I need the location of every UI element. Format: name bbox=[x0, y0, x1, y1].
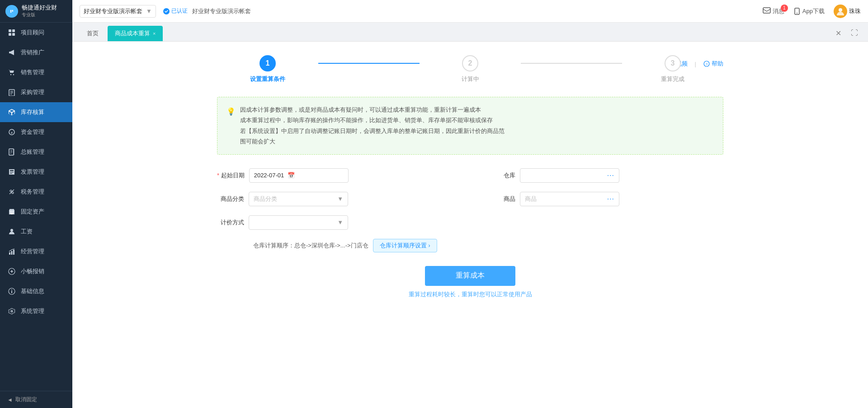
svg-rect-32 bbox=[13, 250, 14, 255]
steps-container: 1 设置重算条件 2 计算中 bbox=[217, 55, 723, 83]
svg-rect-23 bbox=[11, 211, 12, 212]
avatar bbox=[834, 5, 847, 18]
settings-icon bbox=[7, 307, 16, 316]
sidebar-label-invoice: 发票管理 bbox=[21, 168, 44, 176]
svg-rect-26 bbox=[13, 213, 14, 213]
svg-rect-30 bbox=[9, 252, 10, 255]
app-name: 畅捷通好业财 bbox=[22, 4, 57, 12]
chevron-right-icon: › bbox=[429, 242, 430, 249]
sidebar-label-project: 项目顾问 bbox=[21, 28, 44, 37]
sidebar-label-basic: 基础信息 bbox=[21, 287, 44, 295]
warehouse-order-label: 仓库计算顺序：总仓->深圳仓库->...->门店仓 bbox=[253, 242, 368, 250]
invoice-icon bbox=[7, 167, 16, 176]
tab-home[interactable]: 首页 bbox=[80, 26, 106, 41]
step-3-label: 重算完成 bbox=[661, 75, 684, 83]
info-box: 💡 因成本计算参数调整，或是对商品成本有疑问时，可以通过成本重算功能，重新计算一… bbox=[217, 97, 723, 155]
user-name: 珠珠 bbox=[849, 7, 861, 15]
message-badge: 1 bbox=[781, 5, 788, 12]
bulb-icon: 💡 bbox=[226, 105, 236, 147]
category-select[interactable]: 商品分类 ▼ bbox=[249, 192, 348, 206]
svg-rect-22 bbox=[10, 211, 11, 212]
calendar-icon[interactable]: 📅 bbox=[288, 172, 295, 179]
sidebar-label-sales: 销售管理 bbox=[21, 68, 44, 76]
sidebar-item-project[interactable]: 项目顾问 bbox=[0, 23, 72, 43]
svg-point-35 bbox=[11, 289, 12, 290]
tab-recalc[interactable]: 商品成本重算 × bbox=[108, 26, 163, 41]
close-panel-button[interactable]: ✕ bbox=[832, 27, 844, 39]
sidebar-label-ledger: 总账管理 bbox=[21, 148, 44, 156]
step-2-circle: 2 bbox=[462, 55, 478, 71]
sidebar-label-salary: 工资 bbox=[21, 228, 33, 236]
sidebar-label-finance: 资金管理 bbox=[21, 128, 44, 136]
form-group-pricing: 计价方式 ▼ bbox=[217, 215, 723, 230]
form-row-1: 起始日期 2022-07-01 📅 仓库 ··· bbox=[217, 168, 723, 183]
svg-point-0 bbox=[9, 8, 15, 14]
product-ellipsis-icon: ··· bbox=[607, 195, 614, 203]
tax-icon bbox=[7, 187, 16, 196]
sidebar-item-tax[interactable]: 税务管理 bbox=[0, 182, 72, 202]
page-content: 1 设置重算条件 2 计算中 bbox=[199, 42, 741, 312]
svg-text:?: ? bbox=[706, 62, 708, 66]
salary-icon bbox=[7, 227, 16, 236]
sidebar-item-purchase[interactable]: 采购管理 bbox=[0, 82, 72, 102]
app-logo bbox=[5, 5, 18, 18]
box-icon bbox=[7, 108, 16, 117]
date-label: 起始日期 bbox=[217, 171, 249, 180]
app-download-button[interactable]: App下载 bbox=[793, 7, 825, 15]
svg-rect-27 bbox=[11, 213, 13, 214]
chevron-down-icon: ▼ bbox=[337, 195, 343, 202]
svg-point-29 bbox=[10, 229, 13, 232]
sidebar-item-operation[interactable]: 经营管理 bbox=[0, 242, 72, 261]
warehouse-order-settings-button[interactable]: 仓库计算顺序设置 › bbox=[373, 239, 437, 252]
svg-rect-25 bbox=[10, 213, 11, 213]
step-1-label: 设置重算条件 bbox=[250, 75, 285, 83]
sidebar-item-assets[interactable]: 固定资产 bbox=[0, 202, 72, 222]
step-1-circle: 1 bbox=[259, 55, 276, 71]
sidebar-item-finance[interactable]: ¥ 资金管理 bbox=[0, 122, 72, 142]
help-button[interactable]: ? 帮助 bbox=[703, 60, 723, 68]
recalc-button[interactable]: 重算成本 bbox=[425, 266, 515, 286]
sidebar-label-system: 系统管理 bbox=[21, 307, 44, 315]
pricing-select[interactable]: ▼ bbox=[249, 215, 348, 230]
tab-close-icon[interactable]: × bbox=[153, 31, 156, 36]
recalc-section: 重算成本 重算过程耗时较长，重算时您可以正常使用产品 bbox=[217, 266, 723, 299]
product-input[interactable]: 商品 ··· bbox=[520, 192, 619, 206]
sidebar-item-marketing[interactable]: 营销推广 bbox=[0, 43, 72, 62]
sidebar-footer-unpin[interactable]: ◄ 取消固定 bbox=[0, 391, 72, 408]
sidebar-item-expense[interactable]: 小畅报销 bbox=[0, 261, 72, 281]
sidebar-item-ledger[interactable]: 总账管理 bbox=[0, 142, 72, 162]
svg-rect-31 bbox=[11, 251, 13, 255]
content-area: 1 设置重算条件 2 计算中 bbox=[72, 42, 868, 408]
account-selector[interactable]: 好业财专业版演示帐套 ▼ bbox=[80, 5, 156, 18]
sidebar-item-basic[interactable]: 基础信息 bbox=[0, 281, 72, 301]
svg-rect-3 bbox=[9, 33, 11, 36]
sidebar-item-inventory[interactable]: 库存核算 bbox=[0, 102, 72, 122]
grid-icon bbox=[7, 28, 16, 37]
svg-rect-24 bbox=[13, 211, 14, 212]
expand-panel-button[interactable]: ⛶ bbox=[848, 27, 861, 39]
date-input[interactable]: 2022-07-01 📅 bbox=[249, 168, 349, 183]
svg-text:¥: ¥ bbox=[10, 131, 13, 135]
form-group-date: 起始日期 2022-07-01 📅 bbox=[217, 168, 452, 183]
messages-button[interactable]: 消息 1 bbox=[763, 7, 784, 15]
warehouse-input[interactable]: ··· bbox=[520, 168, 619, 183]
recalc-tip: 重算过程耗时较长，重算时您可以正常使用产品 bbox=[409, 290, 532, 299]
topbar-right: 消息 1 App下载 珠珠 bbox=[763, 5, 861, 18]
warehouse-label: 仓库 bbox=[488, 171, 520, 180]
sidebar-item-sales[interactable]: 销售管理 bbox=[0, 62, 72, 82]
form-row-3: 计价方式 ▼ bbox=[217, 215, 723, 230]
sidebar-label-operation: 经营管理 bbox=[21, 247, 44, 256]
divider: | bbox=[695, 61, 696, 67]
topbar: 好业财专业版演示帐套 ▼ 已认证 好业财专业版演示帐套 消息 1 bbox=[72, 0, 868, 23]
pricing-label: 计价方式 bbox=[217, 218, 249, 227]
sidebar-item-invoice[interactable]: 发票管理 bbox=[0, 162, 72, 182]
sidebar-item-salary[interactable]: 工资 bbox=[0, 222, 72, 242]
chart-icon bbox=[7, 247, 16, 256]
form-group-warehouse: 仓库 ··· bbox=[488, 168, 723, 183]
sidebar-item-system[interactable]: 系统管理 bbox=[0, 301, 72, 321]
ellipsis-icon: ··· bbox=[607, 171, 614, 180]
sidebar-label-purchase: 采购管理 bbox=[21, 88, 44, 96]
step-3-circle: 3 bbox=[665, 55, 681, 71]
user-menu[interactable]: 珠珠 bbox=[834, 5, 861, 18]
sidebar-header: 畅捷通好业财 专业版 bbox=[0, 0, 72, 23]
